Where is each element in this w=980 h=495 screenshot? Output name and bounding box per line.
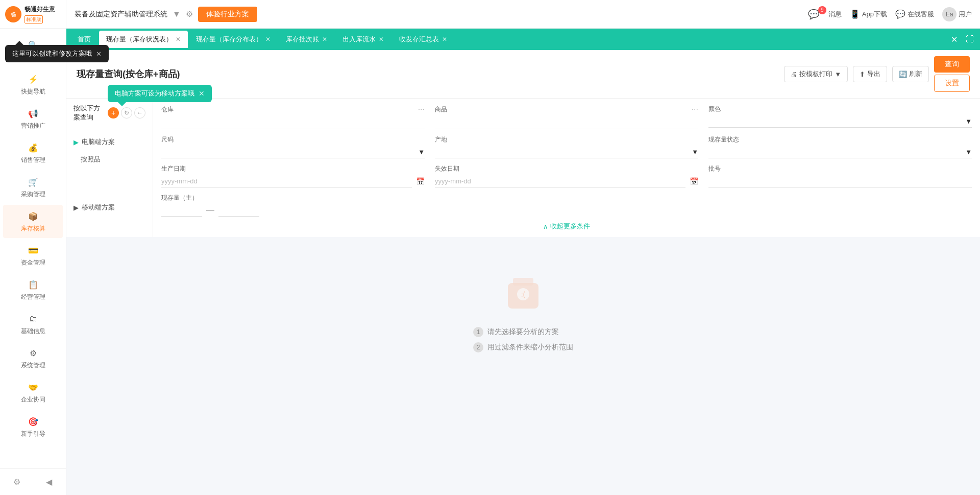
tab-inventory-dist-label: 现存量（库存分布表） — [196, 35, 262, 44]
sidebar-item-sales[interactable]: 💰 销售管理 — [3, 136, 63, 170]
edit-tooltip-close[interactable]: ✕ — [96, 50, 102, 58]
tab-in-out-flow-label: 出入库流水 — [342, 35, 376, 44]
empty-tips: 1 请先选择要分析的方案 2 用过滤条件来缩小分析范围 — [473, 327, 573, 352]
export-btn[interactable]: ⬆ 导出 — [853, 66, 887, 82]
tab-inventory-dist[interactable]: 现存量（库存分布表） ✕ — [189, 31, 278, 48]
origin-select[interactable]: ▼ — [435, 146, 698, 158]
sidebar-item-operation[interactable]: 📋 经营管理 — [3, 273, 63, 307]
sidebar-label-purchase: 采购管理 — [21, 190, 45, 199]
sidebar-item-base-info[interactable]: 🗂 基础信息 — [3, 308, 63, 341]
tab-in-out-flow-close[interactable]: ✕ — [379, 36, 384, 42]
tab-inventory-status[interactable]: 现存量（库存状况表） ✕ — [99, 31, 188, 48]
goods-dots[interactable]: ··· — [692, 105, 698, 114]
settings-btn[interactable]: 设置 — [934, 75, 970, 92]
produce-date-label: 生产日期 — [161, 164, 425, 173]
template-print-btn[interactable]: 🖨 按模板打印 ▼ — [784, 66, 848, 82]
trial-btn[interactable]: 体验行业方案 — [198, 7, 257, 22]
produce-date-label-text: 生产日期 — [161, 164, 186, 173]
add-tooltip: 电脑方案可设为移动方案哦 ✕ — [108, 85, 212, 102]
stock-status-label-text: 现存量状态 — [708, 135, 739, 144]
tip-num-2: 2 — [473, 342, 483, 352]
size-select[interactable]: ▼ — [161, 146, 425, 158]
sidebar-item-quick-nav[interactable]: ⚡ 快捷导航 — [3, 68, 63, 101]
collapse-btn[interactable]: ∧ 收起更多条件 — [161, 222, 972, 231]
scheme-item-pc[interactable]: ▶ 电脑端方案 — [66, 133, 153, 151]
template-print-label: 按模板打印 — [799, 69, 832, 79]
tab-close-all[interactable]: ✕ — [949, 34, 960, 45]
search-btn[interactable]: 查询 — [934, 56, 970, 73]
stock-status-select[interactable]: ▼ — [708, 146, 972, 158]
service-icon: 💬 — [895, 9, 905, 19]
scheme-item-mobile[interactable]: ▶ 移动端方案 — [66, 199, 153, 216]
tabbar: 首页 现存量（库存状况表） ✕ 现存量（库存分布表） ✕ 库存批次账 ✕ 出入库… — [66, 29, 980, 50]
sidebar-item-inventory[interactable]: 📦 库存核算 — [3, 205, 63, 238]
user-item[interactable]: Ea 用户 — [942, 7, 972, 21]
add-tooltip-text: 电脑方案可设为移动方案哦 — [115, 89, 194, 98]
sidebar-item-purchase[interactable]: 🛒 采购管理 — [3, 171, 63, 204]
stock-qty-label: 现存量（主） — [161, 194, 263, 202]
refresh-btn[interactable]: 🔄 刷新 — [892, 66, 929, 82]
add-tooltip-close[interactable]: ✕ — [199, 89, 205, 98]
sidebar-item-finance[interactable]: 💳 资金管理 — [3, 239, 63, 272]
sidebar: 畅 畅通好生意 标准版 🔍 搜索菜单 ⚡ 快捷导航 📢 营销推广 💰 销售管理 … — [0, 0, 66, 495]
sidebar-settings-btn[interactable]: ⚙ — [3, 474, 31, 490]
origin-dropdown-icon: ▼ — [692, 148, 698, 156]
filter-back-btn[interactable]: ← — [134, 107, 145, 119]
sidebar-bottom: ⚙ ◀ — [0, 468, 66, 495]
stock-qty-from[interactable] — [161, 204, 202, 217]
sidebar-item-system[interactable]: ⚙ 系统管理 — [3, 342, 63, 375]
dropdown-icon[interactable]: ▼ — [173, 10, 181, 19]
filter-batch-no: 批号 — [708, 164, 972, 187]
batch-no-input[interactable] — [708, 175, 972, 187]
export-label: 导出 — [867, 69, 880, 79]
collapse-label: 收起更多条件 — [550, 222, 590, 231]
refresh-icon: 🔄 — [899, 70, 907, 78]
edit-tooltip-text: 这里可以创建和修改方案哦 — [66, 50, 92, 58]
user-avatar: Ea — [942, 7, 957, 21]
color-dropdown-icon: ▼ — [965, 117, 972, 125]
collapse-chevron-up: ∧ — [543, 223, 548, 230]
page-actions: 🖨 按模板打印 ▼ ⬆ 导出 🔄 刷新 查询 设置 — [784, 56, 970, 92]
filter-warehouse: 仓库 ··· — [161, 105, 425, 129]
online-service-item[interactable]: 💬 在线客服 — [895, 9, 934, 19]
expire-date-input[interactable] — [435, 175, 685, 187]
logo-icon: 畅 — [5, 6, 21, 22]
filter-row-2: 尺码 ▼ 产地 ▼ — [161, 135, 972, 158]
tab-inventory-status-close[interactable]: ✕ — [176, 36, 181, 42]
warehouse-dots[interactable]: ··· — [418, 105, 425, 114]
arrow-down-icon: ▶ — [74, 138, 79, 146]
filter-add-btn[interactable]: + — [108, 107, 119, 119]
produce-date-calendar-icon[interactable]: 📅 — [416, 177, 425, 185]
notification-item[interactable]: 💬 9 9 消息 — [808, 9, 842, 20]
sidebar-item-guide[interactable]: 🎯 新手引导 — [3, 410, 63, 443]
color-label-text: 颜色 — [708, 105, 721, 113]
page-content: 现存量查询(按仓库+商品) 🖨 按模板打印 ▼ ⬆ 导出 🔄 刷新 查询 设 — [66, 50, 980, 495]
logo-badge: 标准版 — [24, 15, 43, 23]
filter-refresh-btn[interactable]: ↻ — [121, 107, 132, 119]
tab-batch-ledger-close[interactable]: ✕ — [322, 36, 327, 42]
settings-icon[interactable]: ⚙ — [186, 9, 193, 19]
tab-expand[interactable]: ⛶ — [964, 34, 976, 45]
color-select[interactable]: ▼ — [708, 115, 972, 128]
stock-status-dropdown-icon: ▼ — [965, 148, 972, 156]
purchase-icon: 🛒 — [27, 176, 39, 188]
tab-receive-summary-close[interactable]: ✕ — [442, 36, 447, 42]
expire-date-calendar-icon[interactable]: 📅 — [690, 177, 698, 185]
expire-date-label-text: 失效日期 — [435, 164, 459, 173]
tab-receive-summary[interactable]: 收发存汇总表 ✕ — [392, 31, 454, 48]
tab-batch-ledger[interactable]: 库存批次账 ✕ — [279, 31, 334, 48]
app-download-item[interactable]: 📱 App下载 — [850, 9, 887, 19]
origin-label-text: 产地 — [435, 135, 447, 144]
tab-in-out-flow[interactable]: 出入库流水 ✕ — [335, 31, 391, 48]
settings-bottom-icon: ⚙ — [13, 477, 20, 487]
sidebar-item-marketing[interactable]: 📢 营销推广 — [3, 102, 63, 135]
stock-qty-to[interactable] — [218, 204, 259, 217]
sidebar-collapse-btn[interactable]: ◀ — [35, 474, 63, 490]
sidebar-item-enterprise[interactable]: 🤝 企业协同 — [3, 376, 63, 409]
system-icon: ⚙ — [27, 347, 39, 359]
batch-no-label: 批号 — [708, 164, 972, 173]
tab-inventory-dist-close[interactable]: ✕ — [265, 36, 271, 42]
sidebar-label-enterprise: 企业协同 — [21, 395, 45, 404]
scheme-item-pc-default[interactable]: 按照品 — [66, 151, 153, 168]
produce-date-input[interactable] — [161, 175, 412, 187]
